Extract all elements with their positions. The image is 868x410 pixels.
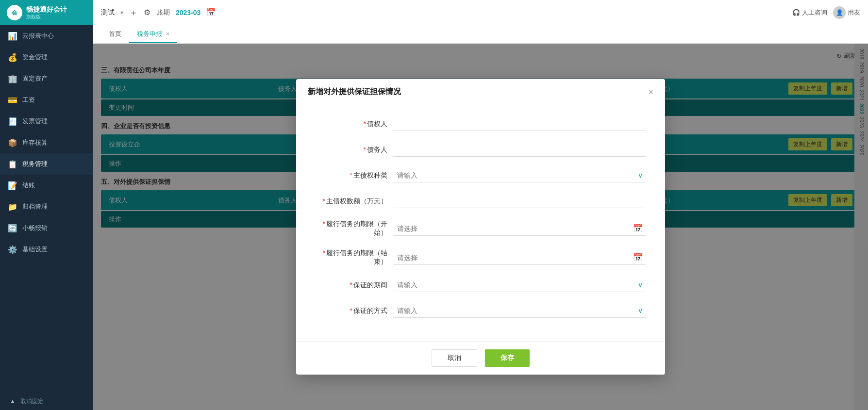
calendar-icon-period_start[interactable]: 📅 xyxy=(633,224,646,233)
required-mark: * xyxy=(350,307,352,314)
sidebar: 会 畅捷通好会计 旗舰版 📊云报表中心💰资金管理🏢固定资产💳工资🧾发票管理📦库存… xyxy=(0,0,93,410)
content-tabs: 首页 税务申报 × xyxy=(93,25,868,44)
sidebar-label-fapiao: 发票管理 xyxy=(22,117,48,126)
chevron-down-icon-guarantee_period[interactable]: ∨ xyxy=(638,281,646,289)
form-date-period_start[interactable] xyxy=(393,222,633,235)
modal-header: 新增对外提供保证担保情况 × xyxy=(296,79,665,105)
form-label-claim_amount: *主债权数额（万元） xyxy=(316,197,393,206)
form-date-wrap-period_end: 📅 xyxy=(393,251,646,265)
sidebar-icon-kucun: 📦 xyxy=(8,138,17,148)
required-mark: * xyxy=(323,249,325,257)
calendar-icon[interactable]: 📅 xyxy=(206,8,216,17)
sidebar-label-gongzi: 工资 xyxy=(22,96,35,104)
sidebar-nav: 📊云报表中心💰资金管理🏢固定资产💳工资🧾发票管理📦库存核算📋税务管理📝结账📁归档… xyxy=(0,25,93,393)
form-input-debtor[interactable] xyxy=(393,143,646,157)
page-area: ↻ 刷新 三、有限责任公司本年度 债权人 债务人 主债权种类 主债权数额（万元）… xyxy=(93,44,868,410)
sidebar-item-guidang[interactable]: 📁归档管理 xyxy=(0,196,93,217)
sidebar-label-jiezhang: 结账 xyxy=(22,181,35,190)
service-button[interactable]: 🎧 人工咨询 xyxy=(792,8,827,17)
form-row-guarantee_method: *保证的方式∨ xyxy=(316,304,646,318)
add-icon[interactable]: ＋ xyxy=(129,7,138,18)
logo-icon: 会 xyxy=(7,5,22,20)
form-select-guarantee_period[interactable] xyxy=(393,278,638,292)
service-label: 人工咨询 xyxy=(802,8,827,17)
sidebar-icon-jichushezhi: ⚙️ xyxy=(8,245,17,254)
form-row-guarantee_period: *保证的期间∨ xyxy=(316,278,646,292)
sidebar-item-jichushezhi[interactable]: ⚙️基础设置 xyxy=(0,239,93,260)
topbar: 测试 ▾ ＋ ⚙ 账期 2023-03 📅 🎧 人工咨询 👤 用友 xyxy=(93,0,868,25)
period-value: 2023-03 xyxy=(176,9,200,16)
sidebar-item-gudingzichan[interactable]: 🏢固定资产 xyxy=(0,68,93,89)
form-select-guarantee_method[interactable] xyxy=(393,304,638,317)
form-input-creditor[interactable] xyxy=(393,117,646,131)
form-date-wrap-period_start: 📅 xyxy=(393,222,646,236)
modal-dialog: 新增对外提供保证担保情况 × *债权人*债务人*主债权种类∨*主债权数额（万元）… xyxy=(296,79,665,375)
logo-badge: 旗舰版 xyxy=(26,14,67,20)
sidebar-item-xiaochu[interactable]: 🔄小畅报销 xyxy=(0,217,93,239)
sidebar-icon-xiaochu: 🔄 xyxy=(8,223,17,233)
form-input-claim_amount[interactable] xyxy=(393,194,646,208)
user-label: 用友 xyxy=(848,8,860,17)
form-row-period_end: *履行债务的期限（结束）📅 xyxy=(316,249,646,266)
logo-area: 会 畅捷通好会计 旗舰版 xyxy=(0,0,93,25)
sidebar-label-shuiwu: 税务管理 xyxy=(22,160,48,168)
sidebar-icon-yunbiao: 📊 xyxy=(8,31,17,41)
sidebar-label-yunbiao: 云报表中心 xyxy=(22,32,54,40)
logo-text: 畅捷通好会计 xyxy=(26,5,67,14)
form-row-creditor: *债权人 xyxy=(316,117,646,131)
period-label: 账期 xyxy=(156,8,170,17)
sidebar-item-gongzi[interactable]: 💳工资 xyxy=(0,89,93,111)
sidebar-item-zijin[interactable]: 💰资金管理 xyxy=(0,47,93,68)
save-button[interactable]: 保存 xyxy=(485,349,530,367)
chevron-down-icon-guarantee_method[interactable]: ∨ xyxy=(638,307,646,314)
modal-close-button[interactable]: × xyxy=(648,88,653,97)
form-label-period_end: *履行债务的期限（结束） xyxy=(316,249,393,266)
modal-body: *债权人*债务人*主债权种类∨*主债权数额（万元）*履行债务的期限（开始）📅*履… xyxy=(296,105,665,341)
form-label-debtor: *债务人 xyxy=(316,146,393,154)
sidebar-item-shuiwu[interactable]: 📋税务管理 xyxy=(0,153,93,175)
cancel-button[interactable]: 取消 xyxy=(432,349,477,367)
form-label-period_start: *履行债务的期限（开始） xyxy=(316,220,393,237)
tab-home[interactable]: 首页 xyxy=(101,26,129,43)
form-row-claim_amount: *主债权数额（万元） xyxy=(316,194,646,208)
tab-shuibao[interactable]: 税务申报 × xyxy=(129,26,177,43)
form-select-wrap-claim_type: ∨ xyxy=(393,168,646,182)
sidebar-icon-jiezhang: 📝 xyxy=(8,180,17,190)
sidebar-item-yunbiao[interactable]: 📊云报表中心 xyxy=(0,25,93,47)
sidebar-icon-gongzi: 💳 xyxy=(8,95,17,105)
form-label-creditor: *债权人 xyxy=(316,120,393,129)
headset-icon: 🎧 xyxy=(792,9,800,16)
form-date-period_end[interactable] xyxy=(393,251,633,264)
form-label-guarantee_method: *保证的方式 xyxy=(316,307,393,315)
sidebar-label-zijin: 资金管理 xyxy=(22,53,48,62)
sidebar-label-xiaochu: 小畅报销 xyxy=(22,224,48,232)
form-row-debtor: *债务人 xyxy=(316,143,646,157)
user-avatar: 👤 xyxy=(833,6,846,19)
sidebar-item-kucun[interactable]: 📦库存核算 xyxy=(0,132,93,153)
sidebar-item-jiezhang[interactable]: 📝结账 xyxy=(0,175,93,196)
form-select-claim_type[interactable] xyxy=(393,168,638,182)
sidebar-icon-fapiao: 🧾 xyxy=(8,116,17,126)
form-label-claim_type: *主债权种类 xyxy=(316,171,393,180)
form-row-period_start: *履行债务的期限（开始）📅 xyxy=(316,220,646,237)
arrow-up-icon: ▲ xyxy=(8,396,17,406)
chevron-down-icon-claim_type[interactable]: ∨ xyxy=(638,171,646,179)
sidebar-bottom-action[interactable]: ▲ 取消固定 xyxy=(0,393,93,410)
sidebar-item-fapiao[interactable]: 🧾发票管理 xyxy=(0,111,93,132)
required-mark: * xyxy=(323,197,325,205)
company-chevron-icon[interactable]: ▾ xyxy=(120,9,123,16)
calendar-icon-period_end[interactable]: 📅 xyxy=(633,253,646,262)
form-select-wrap-guarantee_period: ∨ xyxy=(393,278,646,292)
tab-close-icon[interactable]: × xyxy=(166,30,170,37)
sidebar-bottom-label: 取消固定 xyxy=(20,397,44,406)
sidebar-label-kucun: 库存核算 xyxy=(22,138,48,147)
settings-icon[interactable]: ⚙ xyxy=(144,8,150,17)
tab-home-label: 首页 xyxy=(109,30,121,37)
company-name: 测试 xyxy=(101,8,115,17)
logo-text-block: 畅捷通好会计 旗舰版 xyxy=(26,5,67,20)
required-mark: * xyxy=(350,281,352,289)
required-mark: * xyxy=(364,120,366,128)
modal-overlay: 新增对外提供保证担保情况 × *债权人*债务人*主债权种类∨*主债权数额（万元）… xyxy=(93,44,868,410)
sidebar-icon-gudingzichan: 🏢 xyxy=(8,74,17,83)
user-button[interactable]: 👤 用友 xyxy=(833,6,860,19)
